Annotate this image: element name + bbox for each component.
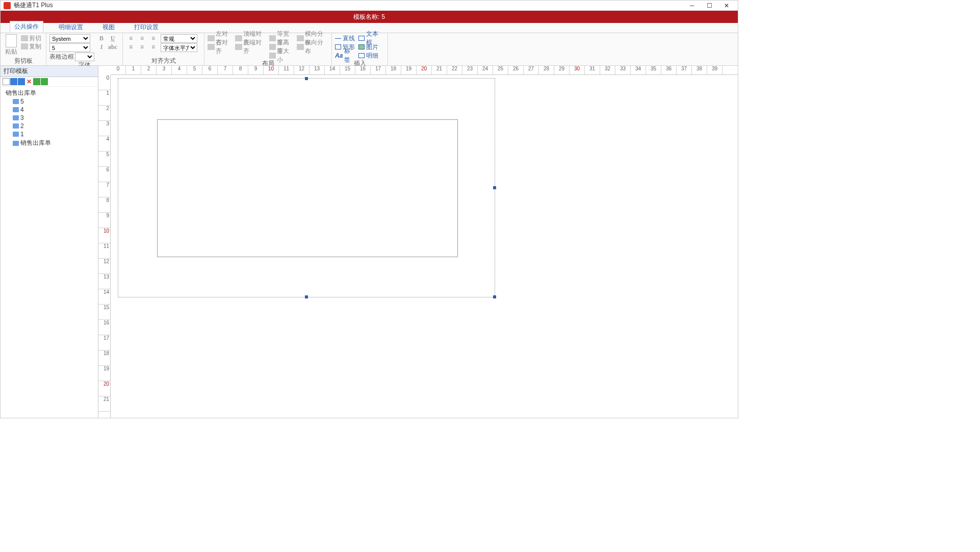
italic-button[interactable]: I bbox=[96, 43, 107, 51]
cut-button[interactable]: 剪切 bbox=[21, 34, 41, 42]
font-family-select[interactable]: System bbox=[49, 34, 90, 43]
v-tick: 4 bbox=[98, 136, 110, 152]
sel-handle-br[interactable] bbox=[493, 295, 496, 298]
h-tick: 13 bbox=[310, 66, 325, 74]
minimize-button[interactable]: ─ bbox=[688, 2, 696, 10]
page-frame[interactable] bbox=[118, 78, 495, 297]
content-region[interactable] bbox=[157, 119, 458, 257]
tab-detail-settings[interactable]: 明细设置 bbox=[55, 22, 87, 33]
insert-image[interactable]: 图片 bbox=[358, 43, 384, 51]
h-tick: 21 bbox=[432, 66, 447, 74]
h-tick: 38 bbox=[692, 66, 707, 74]
h-tick: 27 bbox=[524, 66, 539, 74]
group-align: ≡ ≡ ≡ ≡ ≡ ≡ 常规 字体水平方向 对齐方式 bbox=[123, 33, 204, 65]
h-tick: 24 bbox=[478, 66, 493, 74]
underline-button[interactable]: U bbox=[108, 34, 118, 42]
user-icon bbox=[13, 141, 19, 146]
h-tick: 1 bbox=[126, 66, 141, 74]
v-tick: 9 bbox=[98, 213, 110, 228]
h-tick: 2 bbox=[141, 66, 157, 74]
text-style-select[interactable]: 常规 bbox=[161, 34, 197, 43]
insert-label[interactable]: Aa标签 bbox=[335, 52, 356, 60]
tab-public-ops[interactable]: 公共操作 bbox=[10, 21, 43, 33]
bold-button[interactable]: B bbox=[96, 34, 107, 42]
layout-bottom-align[interactable]: 底端对齐 bbox=[235, 43, 267, 51]
template-name-display: 模板名称: 5 bbox=[353, 12, 385, 21]
copy-icon bbox=[21, 43, 28, 49]
tree-item-3[interactable]: 2 bbox=[6, 122, 93, 130]
tree-item-5[interactable]: 销售出库单 bbox=[6, 138, 93, 148]
align-center-button[interactable]: ≡ bbox=[137, 34, 147, 42]
ribbon: 粘贴 剪切 复制 剪切板 System 5 表格边框 bbox=[1, 33, 738, 66]
new-template-button[interactable] bbox=[3, 78, 10, 85]
tree-item-4[interactable]: 1 bbox=[6, 130, 93, 138]
window-controls: ─ ☐ ✕ bbox=[688, 2, 735, 10]
app-title: 畅捷通T1 Plus bbox=[14, 1, 688, 10]
user-icon bbox=[13, 107, 19, 112]
layout-v-dist[interactable]: 纵向分布 bbox=[297, 43, 328, 51]
group-clipboard-label: 剪切板 bbox=[4, 57, 43, 65]
template-tree: 销售出库单 54321销售出库单 bbox=[1, 87, 98, 150]
insert-detail[interactable]: 明细 bbox=[358, 52, 384, 60]
align-right-button[interactable]: ≡ bbox=[148, 34, 159, 42]
h-tick: 30 bbox=[570, 66, 585, 74]
sel-handle-top[interactable] bbox=[305, 77, 308, 80]
strike-button[interactable]: abc bbox=[108, 43, 118, 51]
v-tick: 14 bbox=[98, 289, 110, 305]
group-align-label: 对齐方式 bbox=[126, 57, 201, 65]
sel-handle-right[interactable] bbox=[493, 186, 496, 189]
maximize-button[interactable]: ☐ bbox=[705, 2, 713, 10]
group-font: System 5 表格边框 B U I abc bbox=[46, 33, 123, 65]
h-tick: 32 bbox=[600, 66, 615, 74]
detail-icon bbox=[358, 53, 365, 58]
paste-button[interactable]: 粘贴 bbox=[4, 34, 19, 56]
tree-item-0[interactable]: 5 bbox=[6, 97, 93, 106]
v-tick: 13 bbox=[98, 274, 110, 289]
v-tick: 1 bbox=[98, 90, 110, 106]
h-tick: 17 bbox=[371, 66, 386, 74]
delete-template-button[interactable]: ✕ bbox=[25, 78, 33, 85]
import-template-button[interactable] bbox=[33, 78, 40, 85]
table-border-select[interactable] bbox=[75, 53, 94, 61]
h-tick: 37 bbox=[677, 66, 692, 74]
tree-item-2[interactable]: 3 bbox=[6, 114, 93, 122]
h-tick: 5 bbox=[187, 66, 202, 74]
align-top-button[interactable]: ≡ bbox=[126, 43, 136, 51]
h-tick: 14 bbox=[325, 66, 340, 74]
insert-textbox[interactable]: 文本框 bbox=[358, 34, 384, 42]
tab-view[interactable]: 视图 bbox=[98, 22, 119, 33]
sidebar-title: 打印模板 bbox=[1, 66, 98, 77]
close-button[interactable]: ✕ bbox=[723, 2, 731, 10]
save-template-button[interactable] bbox=[10, 78, 17, 85]
design-canvas[interactable]: 0123456789101112131415161718192021222324… bbox=[98, 66, 738, 418]
h-tick: 6 bbox=[202, 66, 218, 74]
align-bottom-button[interactable]: ≡ bbox=[148, 43, 159, 51]
h-tick: 12 bbox=[294, 66, 310, 74]
header-bar: 模板名称: 5 bbox=[1, 11, 738, 23]
v-tick: 3 bbox=[98, 121, 110, 136]
text-direction-select[interactable]: 字体水平方向 bbox=[161, 43, 197, 52]
sidebar-toolbar: ✕ bbox=[1, 77, 98, 87]
insert-line[interactable]: 直线 bbox=[335, 34, 356, 42]
sel-handle-bottom[interactable] bbox=[305, 295, 308, 298]
tree-item-1[interactable]: 4 bbox=[6, 106, 93, 114]
h-tick: 36 bbox=[661, 66, 677, 74]
v-tick: 2 bbox=[98, 106, 110, 121]
saveas-template-button[interactable] bbox=[18, 78, 25, 85]
export-template-button[interactable] bbox=[41, 78, 48, 85]
font-size-select[interactable]: 5 bbox=[49, 43, 90, 52]
v-tick: 19 bbox=[98, 366, 110, 381]
user-icon bbox=[13, 115, 19, 120]
group-layout: 左对齐 右对齐 顶端对齐 底端对齐 等宽度 等高度 等大小 横向分布 纵向分布 … bbox=[204, 33, 332, 65]
h-tick: 11 bbox=[279, 66, 294, 74]
paste-icon bbox=[6, 34, 17, 47]
align-left-button[interactable]: ≡ bbox=[126, 34, 136, 42]
vertical-ruler: 0123456789101112131415161718192021 bbox=[98, 75, 111, 418]
layout-right-align[interactable]: 右对齐 bbox=[208, 43, 233, 51]
align-middle-button[interactable]: ≡ bbox=[137, 43, 147, 51]
layout-eq-size[interactable]: 等大小 bbox=[269, 52, 295, 60]
tree-root[interactable]: 销售出库单 bbox=[6, 89, 93, 97]
user-icon bbox=[13, 132, 19, 137]
tab-print-settings[interactable]: 打印设置 bbox=[130, 22, 163, 33]
copy-button[interactable]: 复制 bbox=[21, 42, 41, 51]
